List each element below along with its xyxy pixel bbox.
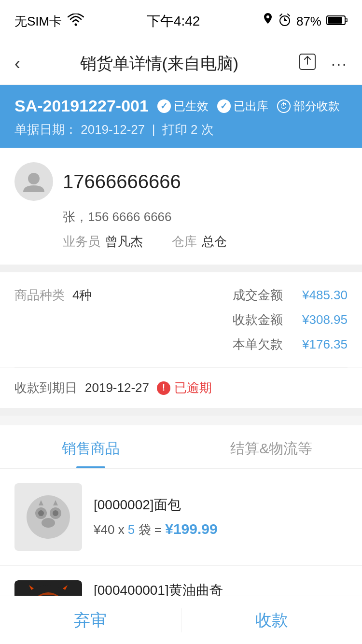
- status-right: 87%: [263, 13, 348, 30]
- collection-label: 收款金额: [233, 311, 283, 328]
- divider-1: [0, 265, 362, 272]
- clock-icon: ⏱: [277, 99, 291, 113]
- overdue-badge: ! 已逾期: [157, 379, 212, 396]
- warehouse-label: 仓库: [172, 233, 197, 250]
- product-qty-1: 5: [128, 522, 135, 537]
- product-info-1: [0000002]面包 ¥40 x 5 袋 = ¥199.99: [94, 496, 348, 538]
- svg-point-5: [28, 173, 40, 184]
- warehouse-value: 总仓: [202, 233, 227, 250]
- customer-meta: 业务员 曾凡杰 仓库 总仓: [63, 233, 348, 250]
- battery-label: 87%: [296, 14, 321, 29]
- location-icon: [263, 13, 273, 30]
- debt-label: 本单欠款: [233, 336, 283, 353]
- abandon-review-button[interactable]: 弃审: [0, 609, 181, 631]
- overdue-dot-icon: !: [157, 381, 170, 395]
- product-name-1: [0000002]面包: [94, 496, 348, 514]
- product-thumbnail-1: [14, 483, 82, 551]
- customer-name: 张，156 6666 6666: [63, 209, 348, 225]
- product-price-1: ¥40 x 5 袋 = ¥199.99: [94, 521, 348, 538]
- salesperson-value: 曾凡杰: [105, 233, 143, 250]
- customer-phone: 17666666666: [63, 171, 181, 193]
- due-label: 收款到期日: [14, 379, 77, 396]
- tab-products[interactable]: 销售商品: [0, 425, 181, 468]
- customer-avatar: [14, 162, 53, 201]
- deal-amount: ¥485.30: [302, 288, 348, 303]
- bottom-bar: 弃审 收款: [0, 596, 362, 644]
- order-id: SA-20191227-001: [14, 97, 149, 115]
- check-icon-2: ✓: [217, 99, 231, 113]
- status-effective: ✓ 已生效: [157, 98, 209, 114]
- tabs-section: 销售商品 结算&物流等: [0, 425, 362, 469]
- customer-section: 17666666666 张，156 6666 6666 业务员 曾凡杰 仓库 总…: [0, 148, 362, 265]
- svg-point-9: [38, 510, 44, 516]
- list-item: [0000002]面包 ¥40 x 5 袋 = ¥199.99: [0, 469, 362, 566]
- alarm-icon: [278, 13, 292, 30]
- due-date: 2019-12-27: [85, 380, 149, 395]
- status-bar: 无SIM卡 下午4:42 87%: [0, 0, 362, 42]
- summary-section: 商品种类 4种 成交金额 ¥485.30 收款金额 ¥308.95 本单欠款 ¥…: [0, 272, 362, 367]
- overdue-label: 已逾期: [174, 379, 212, 396]
- wifi-icon: [68, 14, 84, 29]
- product-total-1: ¥199.99: [165, 521, 217, 537]
- share-button[interactable]: [298, 53, 317, 74]
- svg-point-0: [75, 23, 77, 26]
- check-icon-1: ✓: [157, 99, 171, 113]
- svg-rect-3: [328, 17, 342, 24]
- divider-2: [0, 408, 362, 416]
- svg-point-10: [53, 510, 58, 516]
- debt-amount: ¥176.35: [302, 337, 348, 352]
- order-banner: SA-20191227-001 ✓ 已生效 ✓ 已出库 ⏱ 部分收款 单据日期：…: [0, 85, 362, 148]
- svg-point-11: [42, 518, 55, 528]
- tab-settlement[interactable]: 结算&物流等: [181, 425, 362, 468]
- battery-icon: [326, 14, 348, 29]
- deal-label: 成交金额: [233, 287, 283, 304]
- status-time: 下午4:42: [147, 12, 200, 30]
- collect-payment-button[interactable]: 收款: [181, 609, 362, 631]
- category-count: 4种: [72, 287, 92, 304]
- nav-bar: ‹ 销货单详情(来自电脑) ···: [0, 42, 362, 85]
- carrier-label: 无SIM卡: [14, 13, 62, 30]
- status-left: 无SIM卡: [14, 13, 84, 30]
- salesperson-label: 业务员: [63, 233, 100, 250]
- more-button[interactable]: ···: [331, 54, 348, 73]
- page-title: 销货单详情(来自电脑): [80, 53, 239, 75]
- category-label: 商品种类: [14, 287, 65, 304]
- status-partial: ⏱ 部分收款: [277, 98, 340, 114]
- svg-point-6: [27, 495, 70, 539]
- status-shipped: ✓ 已出库: [217, 98, 268, 114]
- collection-amount: ¥308.95: [302, 312, 348, 327]
- nav-actions: ···: [298, 53, 348, 74]
- order-date: 单据日期： 2019-12-27 | 打印 2 次: [14, 121, 348, 138]
- due-section: 收款到期日 2019-12-27 ! 已逾期: [0, 368, 362, 408]
- back-button[interactable]: ‹: [14, 54, 20, 74]
